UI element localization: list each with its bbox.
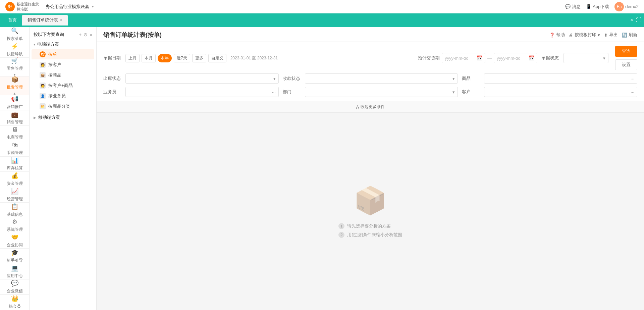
sidebar-item-quicknav[interactable]: ⚡ 快捷导航 xyxy=(0,42,29,58)
sidebar-item-wechat[interactable]: 💬 企业微信 xyxy=(0,279,29,295)
scheme-group-mobile-title[interactable]: ▶ 移动端方案 xyxy=(30,113,96,122)
sidebar: 🔍 搜索菜单 ⚡ 快捷导航 🛒 零售管理 ▾ 📦 批发管理 ▲ 📢 营销推广 💼… xyxy=(0,27,30,310)
help-btn[interactable]: ❓ 帮助 xyxy=(549,32,565,38)
scheme-collapse-btn[interactable]: « xyxy=(90,32,92,37)
page-header: 销售订单统计表(按单) ❓ 帮助 🖨 按模板打印 ▾ ⬆ 导出 xyxy=(97,27,644,42)
main-area: 销售订单统计表(按单) ❓ 帮助 🖨 按模板打印 ▾ ⬆ 导出 xyxy=(97,27,644,310)
sidebar-item-cooperation[interactable]: 🤝 企业协同 xyxy=(0,233,29,249)
salesman-more-icon[interactable]: ··· xyxy=(272,90,276,95)
scheme-group-mobile: ▶ 移动端方案 xyxy=(30,113,96,122)
scheme-item-by-category[interactable]: 📂 按商品分类 xyxy=(32,101,94,111)
cal-icon-to[interactable]: 📅 xyxy=(529,55,534,61)
sidebar-item-appcenter[interactable]: 💻 应用中心 xyxy=(0,264,29,279)
scheme-item-by-customer[interactable]: 🧑 按客户 xyxy=(32,60,94,70)
top-bar-right: 💬 消息 📱 App下载 Ea demo2 xyxy=(565,2,639,11)
date-btn-more[interactable]: 更多 xyxy=(192,54,206,62)
tab-maximize-btn[interactable]: ⛶ xyxy=(636,17,641,23)
customer-input[interactable]: ··· xyxy=(484,87,637,97)
tab-active[interactable]: 销售订单统计表 × xyxy=(22,15,68,25)
app-download-btn[interactable]: 📱 App下载 xyxy=(586,4,609,10)
scheme-header: 按以下方案查询 + ⊙ « xyxy=(30,30,96,40)
message-btn[interactable]: 💬 消息 xyxy=(565,4,581,10)
tab-close-btn[interactable]: × xyxy=(60,18,62,22)
query-btn-wrapper: 查询 设置 xyxy=(615,46,637,70)
top-bar-left: 好 畅捷通好生意 标准版 办公用品行业模拟账套 ▾ xyxy=(5,2,94,11)
logo-text: 畅捷通好生意 标准版 xyxy=(17,2,39,11)
salesman-input[interactable]: ··· xyxy=(125,87,279,97)
sidebar-item-finance[interactable]: 💰 资金管理 xyxy=(0,172,29,187)
tab-minimize-btn[interactable]: × xyxy=(630,17,633,23)
sidebar-item-retail[interactable]: 🛒 零售管理 ▾ xyxy=(0,58,29,76)
mobile-group-triangle: ▶ xyxy=(34,116,36,119)
expected-date-from[interactable]: yyyy-mm-dd 📅 xyxy=(442,53,485,63)
date-btn-7days[interactable]: 近7天 xyxy=(174,54,190,62)
out-status-label: 出库状态 xyxy=(103,75,123,82)
scheme-icon-goods: 📦 xyxy=(40,72,46,78)
scheme-item-by-salesman[interactable]: 👤 按业务员 xyxy=(32,91,94,101)
expected-date-to[interactable]: yyyy-mm-dd 📅 xyxy=(494,53,537,63)
goods-label: 商品 xyxy=(462,75,482,82)
sidebar-item-sales[interactable]: 💼 销售管理 xyxy=(0,110,29,126)
scheme-group-pc-title[interactable]: ▾ 电脑端方案 xyxy=(30,40,96,49)
cal-icon-from[interactable]: 📅 xyxy=(477,55,482,61)
management-icon: 📈 xyxy=(11,188,18,195)
date-btn-lastmonth[interactable]: 上月 xyxy=(125,54,140,62)
sidebar-item-guide[interactable]: 🎓 新手引导 xyxy=(0,249,29,264)
date-btn-custom[interactable]: 自定义 xyxy=(208,54,226,62)
print-dropdown-icon: ▾ xyxy=(598,33,600,38)
sidebar-item-basic[interactable]: 📋 基础信息 xyxy=(0,203,29,218)
scheme-icon-category: 📂 xyxy=(40,103,46,109)
refresh-btn[interactable]: 🔄 刷新 xyxy=(622,32,637,38)
tab-home[interactable]: 首页 xyxy=(3,15,22,25)
sidebar-item-system[interactable]: ⚙ 系统管理 xyxy=(0,218,29,234)
settings-btn[interactable]: 设置 xyxy=(615,59,637,70)
member-icon: 👑 xyxy=(11,295,18,302)
print-btn[interactable]: 🖨 按模板打印 ▾ xyxy=(569,32,600,38)
purchase-icon: 🛍 xyxy=(12,142,18,149)
scheme-item-by-customer-goods[interactable]: 🧑 按客户+商品 xyxy=(32,81,94,91)
top-title-dropdown[interactable]: ▾ xyxy=(92,4,94,9)
sidebar-item-purchase[interactable]: 🛍 采购管理 xyxy=(0,141,29,157)
message-icon: 💬 xyxy=(565,4,571,9)
goods-more-icon[interactable]: ··· xyxy=(631,76,634,81)
query-btn[interactable]: 查询 xyxy=(615,46,637,57)
sidebar-item-management[interactable]: 📈 经营管理 xyxy=(0,187,29,203)
scheme-item-by-order[interactable]: 按 按单 xyxy=(32,49,94,59)
top-title: 办公用品行业模拟账套 xyxy=(46,4,89,10)
dept-label: 部门 xyxy=(283,89,303,95)
empty-tip-2: 2 用[过滤]条件来缩小分析范围 xyxy=(338,232,402,238)
wholesale-arrow: ▲ xyxy=(13,92,16,95)
quicknav-icon: ⚡ xyxy=(11,43,18,50)
date-btn-thisyear[interactable]: 本年 xyxy=(158,54,172,62)
dept-select[interactable]: ▾ xyxy=(305,87,458,97)
tab-controls: × ⛶ xyxy=(630,17,641,23)
out-status-select[interactable]: ▾ xyxy=(125,73,279,84)
sidebar-item-search[interactable]: 🔍 搜索菜单 xyxy=(0,27,29,42)
sidebar-item-inventory[interactable]: 📊 库存核算 xyxy=(0,157,29,172)
ecommerce-icon: 🖥 xyxy=(12,126,18,133)
content-area: 按以下方案查询 + ⊙ « ▾ 电脑端方案 按 按单 🧑 按 xyxy=(30,27,644,310)
scheme-settings-btn[interactable]: ⊙ xyxy=(84,32,88,37)
pay-status-select[interactable]: ▾ xyxy=(305,73,458,84)
collapse-btn[interactable]: ⋀ 收起更多条件 xyxy=(356,104,385,110)
date-btn-thismonth[interactable]: 本月 xyxy=(142,54,156,62)
sidebar-item-wholesale[interactable]: 📦 批发管理 ▲ xyxy=(0,76,29,95)
scheme-item-by-goods[interactable]: 📦 按商品 xyxy=(32,70,94,80)
goods-input[interactable]: ··· xyxy=(484,73,637,84)
cooperation-icon: 🤝 xyxy=(11,234,18,241)
user-avatar-area[interactable]: Ea demo2 xyxy=(614,2,639,11)
marketing-icon: 📢 xyxy=(11,95,18,103)
finance-icon: 💰 xyxy=(11,172,18,179)
help-icon: ❓ xyxy=(549,33,555,38)
tab-bar: 首页 销售订单统计表 × × ⛶ xyxy=(0,13,644,27)
sidebar-item-ecommerce[interactable]: 🖥 电商管理 xyxy=(0,126,29,141)
empty-illustration: 📦 xyxy=(354,185,387,216)
scheme-add-btn[interactable]: + xyxy=(79,32,82,37)
sales-icon: 💼 xyxy=(11,111,18,118)
sidebar-item-member[interactable]: 👑 畅会员 xyxy=(0,295,29,310)
scheme-group-pc: ▾ 电脑端方案 按 按单 🧑 按客户 📦 按商品 🧑 按客户+商品 xyxy=(30,40,96,111)
export-btn[interactable]: ⬆ 导出 xyxy=(604,32,618,38)
status-select[interactable]: ▾ xyxy=(564,53,608,63)
sidebar-item-marketing[interactable]: 📢 营销推广 xyxy=(0,95,29,111)
customer-more-icon[interactable]: ··· xyxy=(631,90,634,95)
